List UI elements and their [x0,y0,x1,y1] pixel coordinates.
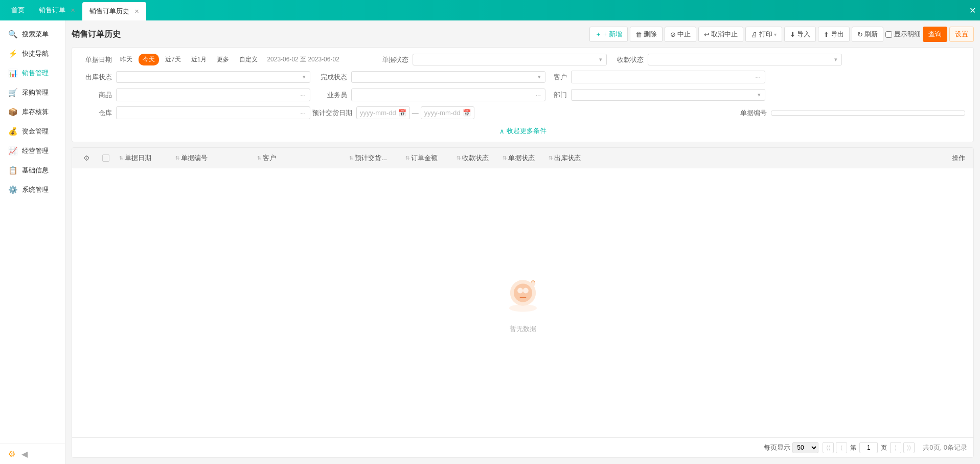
sidebar-item-search-menu[interactable]: 🔍 搜索菜单 [0,25,65,44]
last-page-button[interactable]: ⟩⟩ [903,442,915,453]
goods-input[interactable]: ··· [116,89,310,101]
sort-delivery-icon[interactable]: ⇅ [349,155,353,161]
query-button[interactable]: 查询 [923,27,947,42]
tab-sales-order[interactable]: 销售订单 ✕ [32,0,82,20]
date-label: 单据日期 [80,55,116,64]
cancel-stop-button[interactable]: ↩ 取消中止 [698,27,743,42]
sidebar-item-finance[interactable]: 💰 资金管理 [0,122,65,141]
sort-num-icon[interactable]: ⇅ [175,155,179,161]
sidebar-settings-icon[interactable]: ⚙ [8,449,15,459]
refresh-icon: ↻ [857,31,863,38]
add-button[interactable]: ＋ + 新增 [589,27,628,42]
goods-label: 商品 [80,91,116,100]
page-header: 销售订单历史 ＋ + 新增 🗑 删除 ⊘ 中止 ↩ 取消中止 [72,27,974,42]
display-detail-input[interactable] [885,31,892,38]
page-size-dropdown[interactable]: 50 10 20 100 [792,442,818,453]
salesperson-input[interactable]: ··· [351,89,545,101]
collapse-row[interactable]: ∧ 收起更多条件 [80,124,965,136]
goods-ellipsis-icon: ··· [300,91,306,99]
export-button[interactable]: ⬆ 导出 [818,27,850,42]
sidebar-item-operations[interactable]: 📈 经营管理 [0,141,65,161]
delete-button[interactable]: 🗑 删除 [630,27,663,42]
sidebar-item-purchase[interactable]: 🛒 采购管理 [0,83,65,102]
basic-info-icon: 📋 [8,166,18,175]
complete-status-control: ▾ [351,71,545,83]
sort-wh-status-icon[interactable]: ⇅ [549,155,553,161]
sidebar-item-basic-info[interactable]: 📋 基础信息 [0,161,65,180]
complete-status-select[interactable]: ▾ [351,71,545,83]
display-detail-checkbox[interactable]: 显示明细 [885,30,921,39]
next-page-button[interactable]: ⟩ [890,442,901,453]
sidebar-collapse-icon[interactable]: ◀ [21,449,28,459]
filter-row-2: 出库状态 ▾ 完成状态 ▾ 客户 [80,71,965,83]
cancel-stop-icon: ↩ [704,31,710,38]
delivery-date-label: 预计交货日期 [310,108,356,118]
sales-icon: 📊 [8,69,18,78]
print-button[interactable]: 🖨 打印 ▾ [745,27,782,42]
sort-recv-status-icon[interactable]: ⇅ [457,155,461,161]
th-num: ⇅ 单据编号 [171,153,253,163]
delivery-date-from[interactable]: yyyy-mm-dd 📅 [356,106,410,119]
import-icon: ⬇ [790,31,795,38]
th-amount: ⇅ 订单金额 [401,153,452,163]
doc-status-label: 单据状态 [372,55,413,64]
page-number-input[interactable] [859,442,878,453]
empty-text: 暂无数据 [510,324,536,334]
stop-button[interactable]: ⊘ 中止 [665,27,696,42]
doc-num-input[interactable] [771,111,965,116]
sidebar-item-sales[interactable]: 📊 销售管理 [0,63,65,83]
date-btn-yesterday[interactable]: 昨天 [116,54,136,65]
sidebar-item-quick-nav[interactable]: ⚡ 快捷导航 [0,44,65,63]
sort-date-icon[interactable]: ⇅ [119,155,123,161]
inventory-icon: 📦 [8,107,18,117]
wh-status-arrow-icon: ▾ [303,74,306,80]
first-page-button[interactable]: ⟨⟨ [823,442,834,453]
table-select-all[interactable] [102,154,109,162]
svg-point-2 [514,284,532,302]
sort-amount-icon[interactable]: ⇅ [405,155,409,161]
warehouse-label: 仓库 [80,108,116,118]
quick-nav-icon: ⚡ [8,49,18,58]
sidebar-item-system[interactable]: ⚙️ 系统管理 [0,180,65,200]
recv-status-arrow-icon: ▾ [834,56,837,63]
calendar-from-icon: 📅 [398,109,406,117]
sort-customer-icon[interactable]: ⇅ [257,155,261,161]
sort-doc-status-icon[interactable]: ⇅ [503,155,507,161]
dept-select[interactable]: ▾ [571,89,765,101]
date-btn-1month[interactable]: 近1月 [187,54,211,65]
sidebar-item-inventory[interactable]: 📦 库存核算 [0,102,65,122]
toolbar: ＋ + 新增 🗑 删除 ⊘ 中止 ↩ 取消中止 🖨 打印 [589,27,974,42]
th-wh-status: ⇅ 出库状态 [544,153,596,163]
import-button[interactable]: ⬇ 导入 [784,27,816,42]
date-btn-more[interactable]: 更多 [213,54,233,65]
date-btn-custom[interactable]: 自定义 [235,54,262,65]
content-area: 销售订单历史 ＋ + 新增 🗑 删除 ⊘ 中止 ↩ 取消中止 [65,20,980,464]
filter-row-1: 单据日期 昨天 今天 近7天 近1月 更多 自定义 2023-06-02 至 2… [80,54,965,65]
settings-button[interactable]: 设置 [949,27,974,42]
tab-sales-order-history[interactable]: 销售订单历史 ✕ [82,2,146,20]
recv-status-select[interactable]: ▾ [648,54,842,65]
th-settings: ⚙ [76,154,97,162]
search-menu-icon: 🔍 [8,30,18,39]
warehouse-input[interactable]: ··· [116,106,310,119]
prev-page-button[interactable]: ⟨ [836,442,847,453]
filter-row-3: 商品 ··· 业务员 ··· 部门 [80,89,965,101]
page-nav: ⟨⟨ ⟨ 第 页 ⟩ ⟩⟩ [823,442,915,453]
doc-status-select[interactable]: ▾ [413,54,607,65]
doc-num-label: 单据编号 [735,108,771,118]
tab-sales-order-history-close[interactable]: ✕ [134,8,139,15]
customer-input[interactable]: ··· [571,71,765,83]
table-settings-icon[interactable]: ⚙ [83,154,90,162]
tab-sales-order-close[interactable]: ✕ [71,7,75,14]
refresh-button[interactable]: ↻ 刷新 [852,27,883,42]
empty-state: 暂无数据 [72,168,973,437]
wh-status-select[interactable]: ▾ [116,71,310,83]
svg-point-3 [517,288,523,294]
delivery-date-to[interactable]: yyyy-mm-dd 📅 [421,106,474,119]
tab-home[interactable]: 首页 [4,0,32,20]
date-btn-7days[interactable]: 近7天 [161,54,185,65]
customer-ellipsis-icon: ··· [755,73,761,81]
date-btn-today[interactable]: 今天 [139,54,159,65]
date-range-buttons: 昨天 今天 近7天 近1月 更多 自定义 [116,54,262,65]
close-window-icon[interactable]: ✕ [969,6,976,15]
